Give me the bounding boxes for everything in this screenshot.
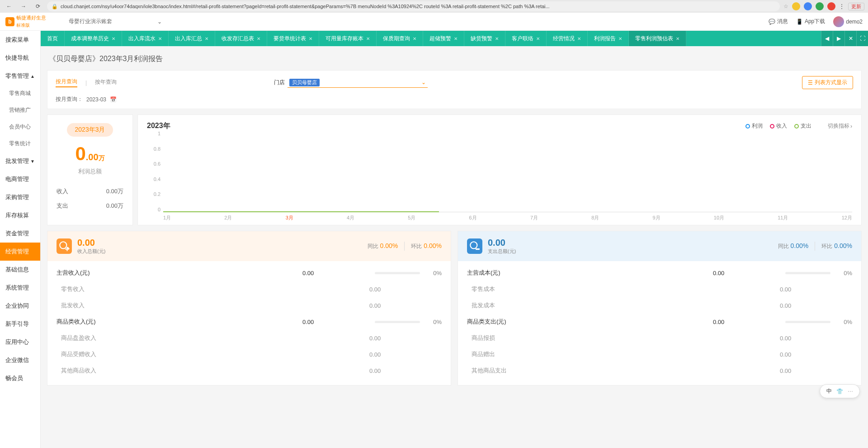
tab[interactable]: 可用量库存账本✕: [319, 31, 377, 46]
sidebar-item[interactable]: 新手引导: [0, 315, 40, 333]
tab[interactable]: 成本调整单历史✕: [65, 31, 122, 46]
qtab-month[interactable]: 按月查询: [56, 78, 77, 87]
close-icon[interactable]: ✕: [676, 36, 679, 41]
breakdown-row: 其他商品收入0.00: [57, 362, 442, 379]
legend-profit[interactable]: 利润: [745, 122, 763, 130]
account-selector[interactable]: 母婴行业演示账套 ⌄: [69, 18, 162, 25]
tab[interactable]: 出入库流水✕: [122, 31, 169, 46]
sidebar-quicknav[interactable]: 快捷导航: [0, 49, 40, 67]
income-icon: [57, 238, 72, 254]
close-icon[interactable]: ✕: [495, 36, 499, 41]
store-label: 门店: [274, 79, 285, 86]
phone-icon: 📱: [796, 19, 803, 25]
breakdown-row: 批发收入0.00: [57, 297, 442, 314]
tabs-scroll-right[interactable]: ▶: [833, 31, 844, 46]
chart-plot[interactable]: 10.80.60.40.20 1月2月3月4月5月6月7月8月9月10月11月1…: [147, 131, 852, 221]
sidebar-sub-item[interactable]: 会员中心: [0, 119, 40, 135]
legend-expense[interactable]: 支出: [794, 122, 811, 130]
tab[interactable]: 收发存汇总表✕: [215, 31, 267, 46]
tab[interactable]: 经营情况✕: [547, 31, 588, 46]
close-icon[interactable]: ✕: [413, 36, 416, 41]
sidebar-item[interactable]: 畅会员: [0, 369, 40, 387]
sidebar-item[interactable]: 库存核算: [0, 206, 40, 224]
sidebar-item[interactable]: 企业协同: [0, 297, 40, 315]
tabs-close-all[interactable]: ✕: [844, 31, 856, 46]
page-title: 《贝贝母婴店》2023年3月利润报告: [47, 51, 862, 70]
header-message[interactable]: 💬 消息: [769, 18, 788, 25]
breakdown-row: 商品受赠收入0.00: [57, 346, 442, 362]
tabs-fullscreen[interactable]: ⛶: [856, 31, 868, 46]
url-text: cloud.chanjet.com/nsy/u4oor74daqxn/iole3…: [61, 4, 550, 9]
nav-reload[interactable]: ⟳: [33, 1, 43, 12]
ime-toggle[interactable]: 中: [826, 387, 832, 395]
income-yoy: 同比0.00%: [368, 242, 398, 250]
close-icon[interactable]: ✕: [536, 36, 540, 41]
caret-icon: ▲: [30, 74, 35, 79]
progress-bar: [375, 321, 420, 323]
sidebar-item[interactable]: 企业微信: [0, 351, 40, 369]
tab[interactable]: 出入库汇总✕: [169, 31, 215, 46]
browser-toolbar: ← → ⟳ 🔒 cloud.chanjet.com/nsy/u4oor74daq…: [0, 0, 868, 13]
breakdown-row: 其他商品支出0.00: [467, 362, 852, 379]
logo[interactable]: b 畅捷通好生意 标准版: [5, 14, 46, 29]
close-icon[interactable]: ✕: [454, 36, 458, 41]
close-icon[interactable]: ✕: [205, 36, 208, 41]
month-query-label: 按月查询：: [56, 95, 83, 103]
sidebar-sub-item[interactable]: 营销推广: [0, 102, 40, 119]
tab[interactable]: 客户联络✕: [505, 31, 547, 46]
tab[interactable]: 超储预警✕: [423, 31, 464, 46]
sidebar-item[interactable]: 应用中心: [0, 333, 40, 351]
breakdown-row: 批发成本0.00: [467, 297, 852, 314]
chart-legend: 利润 收入 支出 切换指标›: [745, 122, 852, 130]
sidebar-item[interactable]: 采购管理: [0, 188, 40, 206]
sidebar-item[interactable]: 零售管理▲: [0, 67, 40, 85]
sidebar-item[interactable]: 系统管理: [0, 279, 40, 297]
sidebar-item[interactable]: 经营管理: [0, 243, 40, 261]
tab[interactable]: 首页: [41, 31, 65, 46]
header-app-download[interactable]: 📱 App下载: [796, 18, 825, 25]
url-bar[interactable]: 🔒 cloud.chanjet.com/nsy/u4oor74daqxn/iol…: [47, 1, 780, 11]
income-total: 0.00: [77, 238, 105, 248]
tab[interactable]: 零售利润预估表✕: [629, 31, 686, 46]
tab[interactable]: 要货单统计表✕: [267, 31, 319, 46]
month-query-value: 2023-03: [86, 96, 106, 103]
expense-icon: [467, 238, 482, 254]
tab[interactable]: 缺货预警✕: [464, 31, 505, 46]
close-icon[interactable]: ✕: [257, 36, 260, 41]
header-user[interactable]: demo2: [833, 16, 863, 27]
close-icon[interactable]: ✕: [309, 36, 312, 41]
sidebar-sub-item[interactable]: 零售商城: [0, 85, 40, 102]
legend-income[interactable]: 收入: [770, 122, 787, 130]
chart-line-expense: [163, 211, 439, 212]
float-toolbar[interactable]: 中 👕 ⋯: [820, 384, 860, 398]
nav-back[interactable]: ←: [4, 1, 14, 12]
sidebar-sub-item[interactable]: 零售统计: [0, 135, 40, 152]
list-mode-button[interactable]: ☰ 列表方式显示: [802, 76, 853, 89]
more-icon[interactable]: ⋯: [848, 388, 853, 395]
tab[interactable]: 保质期查询✕: [377, 31, 423, 46]
close-icon[interactable]: ✕: [366, 36, 370, 41]
store-select[interactable]: 贝贝母婴店 ⌄: [288, 78, 428, 88]
shirt-icon[interactable]: 👕: [836, 388, 843, 395]
tabs-scroll-left[interactable]: ◀: [821, 31, 833, 46]
sidebar-item[interactable]: 批发管理▼: [0, 152, 40, 170]
close-icon[interactable]: ✕: [158, 36, 162, 41]
income-panel: 0.00 收入总额(元) 同比0.00% 环比0.00% 主营收入(元)0.00…: [47, 231, 451, 386]
tab[interactable]: 利润报告✕: [588, 31, 629, 46]
switch-indicator[interactable]: 切换指标›: [828, 122, 852, 130]
logo-edition: 标准版: [16, 22, 46, 29]
expense-yoy: 同比0.00%: [778, 242, 809, 250]
breakdown-row: 零售收入0.00: [57, 281, 442, 297]
sidebar-search[interactable]: 搜索菜单: [0, 31, 40, 49]
sidebar-item[interactable]: 资金管理: [0, 224, 40, 243]
sidebar-item[interactable]: 基础信息: [0, 261, 40, 279]
logo-brand: 畅捷通好生意: [16, 14, 46, 21]
close-icon[interactable]: ✕: [577, 36, 581, 41]
close-icon[interactable]: ✕: [618, 36, 622, 41]
sidebar-item[interactable]: 电商管理: [0, 170, 40, 188]
nav-forward[interactable]: →: [18, 1, 29, 12]
close-icon[interactable]: ✕: [112, 36, 115, 41]
calendar-icon[interactable]: 📅: [110, 96, 117, 103]
expense-total: 0.00: [488, 238, 516, 248]
qtab-year[interactable]: 按年查询: [95, 78, 117, 87]
